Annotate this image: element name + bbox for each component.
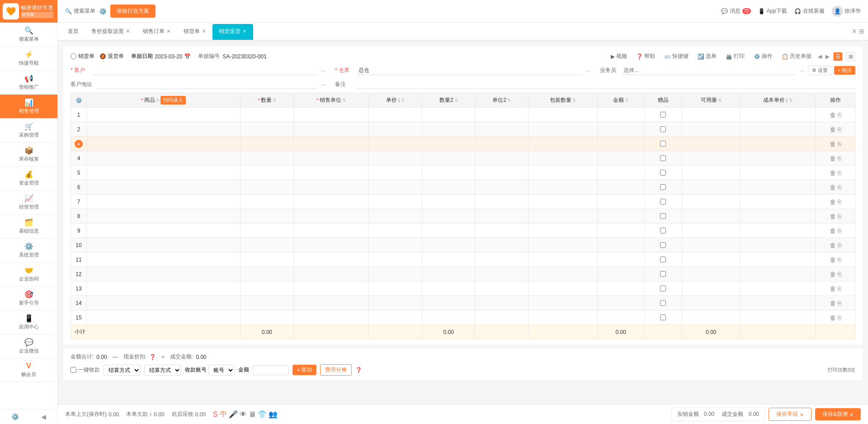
help-btn[interactable]: ❓ 帮助 — [633, 52, 658, 61]
tab-home[interactable]: 首页 — [61, 24, 85, 40]
sidebar-item-basic[interactable]: 🗂️ 基础信息 — [0, 214, 57, 238]
unit2-cell-1[interactable] — [475, 108, 528, 122]
delete-icon[interactable]: 🗑 — [830, 285, 836, 292]
calc-select[interactable]: 结算方式 — [144, 365, 181, 376]
tab-sales-order[interactable]: 销售订单 ✕ — [137, 24, 177, 40]
topbar-gear-icon[interactable]: ⚙️ — [99, 8, 107, 15]
delete-icon[interactable]: 🗑 — [830, 227, 836, 234]
select-btn[interactable]: ☑️ 选单 — [695, 52, 719, 61]
gift-check-1[interactable] — [660, 112, 666, 118]
copy-icon[interactable]: ⎘ — [838, 285, 841, 292]
gift-check[interactable] — [660, 242, 666, 248]
sidebar-item-appcenter[interactable]: 📱 应用中心 — [0, 310, 57, 334]
gift-check-3[interactable] — [660, 141, 666, 147]
warehouse-more-icon[interactable]: ··· — [585, 67, 591, 74]
tab-sales[interactable]: 销货单 ✕ — [177, 24, 212, 40]
product-cell-1[interactable] — [87, 108, 241, 122]
sidebar-item-newguide[interactable]: 🎯 新手引导 — [0, 286, 57, 310]
one-key-checkbox[interactable] — [71, 367, 76, 373]
account-select[interactable]: 账号 — [208, 365, 235, 376]
cost-price-cell-2[interactable] — [740, 122, 816, 137]
radio-return-input[interactable] — [100, 53, 106, 59]
qty2-cell-3[interactable] — [422, 137, 475, 151]
delete-icon[interactable]: 🗑 — [830, 198, 836, 205]
delete-icon[interactable]: 🗑 — [830, 314, 836, 321]
debt-help-icon[interactable]: ℹ — [150, 411, 152, 418]
sidebar-item-marketing[interactable]: 📢 营销推广 — [0, 71, 57, 95]
th-gear[interactable]: ⚙️ — [71, 93, 87, 108]
view-toggle-grid[interactable]: ⊞ — [846, 52, 855, 61]
sidebar-item-purchase[interactable]: 🛒 采购管理 — [0, 119, 57, 143]
customer-input[interactable] — [92, 66, 317, 75]
app-download-btn[interactable]: 📱 App下载 — [758, 7, 787, 15]
sidebar-item-search[interactable]: 🔍 搜索菜单 — [0, 23, 57, 47]
settlement-select[interactable]: 结算方式 — [104, 365, 141, 376]
experience-btn[interactable]: 体验行业方案 — [110, 5, 156, 18]
amount-cell-3[interactable] — [597, 137, 644, 151]
radio-sale-input[interactable] — [71, 53, 76, 59]
gift-check[interactable] — [660, 257, 666, 262]
copy-icon[interactable]: ⎘ — [838, 271, 841, 278]
remark-input[interactable] — [357, 80, 855, 89]
sidebar-item-sales[interactable]: 📊 销售管理 — [0, 95, 57, 119]
sort-icon-cost[interactable]: ⇅ — [789, 98, 793, 103]
delete-icon[interactable]: 🗑 — [830, 213, 836, 220]
user-profile-btn[interactable]: 👤 徐泽华 — [832, 6, 861, 17]
sidebar-item-wechat[interactable]: 💬 企业微信 — [0, 334, 57, 358]
pack-cell-2[interactable] — [528, 122, 597, 137]
sort-icon-unit2[interactable]: ⇅ — [507, 98, 511, 103]
price-help-icon[interactable]: ℹ — [398, 97, 400, 104]
expand-btn[interactable]: ⊞ — [859, 28, 864, 35]
unit-cell-1[interactable] — [293, 108, 368, 122]
copy-icon[interactable]: ⎘ — [838, 213, 841, 220]
gear-icon[interactable]: ⚙️ — [75, 97, 82, 104]
search-menu-btn[interactable]: 🔍 搜索菜单 — [65, 7, 95, 15]
copy-icon[interactable]: ⎘ — [838, 227, 841, 234]
gift-check[interactable] — [660, 228, 666, 233]
sort-icon-amount[interactable]: ⇅ — [625, 98, 628, 103]
gift-check[interactable] — [660, 199, 666, 205]
add-logistics-btn[interactable]: + 物流 — [834, 66, 855, 75]
delete-icon-2[interactable]: 🗑 — [830, 126, 836, 133]
delete-icon[interactable]: 🗑 — [830, 155, 836, 162]
copy-icon[interactable]: ⎘ — [838, 314, 841, 321]
cost-help-icon[interactable]: ℹ — [786, 97, 788, 104]
sidebar-item-member[interactable]: V 畅会员 — [0, 358, 57, 382]
qty-cell-1[interactable] — [241, 108, 293, 122]
tab-sales-order-close[interactable]: ✕ — [166, 28, 171, 34]
scan-btn[interactable]: 扫码录入 — [160, 96, 186, 105]
qty2-cell-1[interactable] — [422, 108, 475, 122]
gift-check-2[interactable] — [660, 126, 666, 132]
print-btn[interactable]: 🖨️ 打印 — [723, 52, 747, 61]
pack-cell-3[interactable] — [528, 137, 597, 151]
copy-icon-3[interactable]: ⎘ — [838, 140, 841, 148]
add-item-btn[interactable]: + 添加 — [292, 365, 316, 375]
discount-help-icon[interactable]: ❓ — [149, 354, 156, 360]
online-service-btn[interactable]: 🎧 在线客服 — [794, 7, 825, 15]
copy-icon[interactable]: ⎘ — [838, 169, 841, 176]
close-all-btn[interactable]: ✕ — [852, 28, 857, 35]
copy-icon[interactable]: ⎘ — [838, 300, 841, 307]
sort-icon-unit[interactable]: ⇅ — [342, 98, 346, 103]
qty-cell-2[interactable] — [241, 122, 293, 137]
amount-cell-1[interactable] — [597, 108, 644, 122]
radio-sale[interactable]: 销货单 — [71, 52, 94, 60]
warehouse-input[interactable] — [357, 66, 582, 75]
delete-icon[interactable]: 🗑 — [830, 271, 836, 278]
mic-icon[interactable]: 🎤 — [229, 410, 238, 419]
price-cell-3[interactable] — [368, 137, 422, 151]
sort-icon-qty[interactable]: ⇅ — [273, 98, 276, 103]
gift-check[interactable] — [660, 184, 666, 190]
add-row-btn[interactable]: + — [75, 140, 83, 148]
tab-sales-return[interactable]: 销货退货 ✕ — [212, 24, 253, 40]
delete-icon[interactable]: 🗑 — [830, 300, 836, 307]
unit-cell-3[interactable] — [293, 137, 368, 151]
gift-check[interactable] — [660, 271, 666, 277]
delete-icon[interactable]: 🗑 — [830, 256, 836, 263]
gift-check[interactable] — [660, 300, 666, 306]
copy-icon[interactable]: ⎘ — [838, 256, 841, 263]
radio-return[interactable]: 退货单 — [100, 52, 124, 60]
sort-icon-qty2[interactable]: ⇅ — [454, 98, 458, 103]
unit2-cell-3[interactable] — [475, 137, 528, 151]
camera-icon[interactable]: 👁 — [240, 410, 247, 419]
